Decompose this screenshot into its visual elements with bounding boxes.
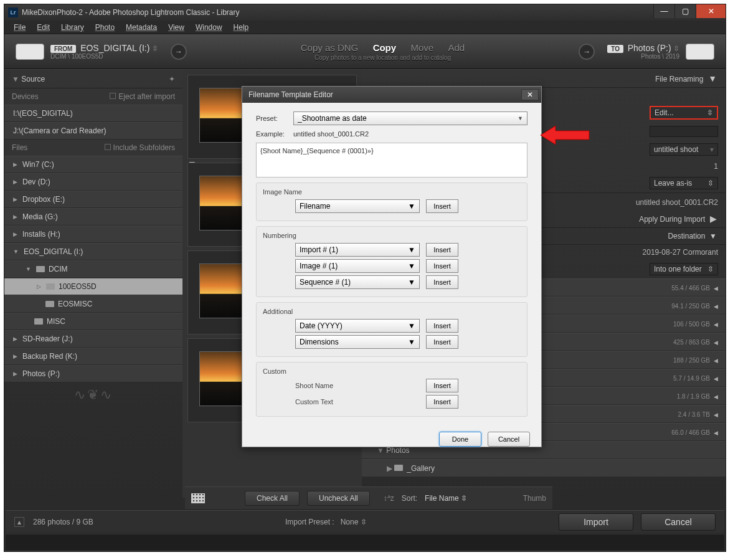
eject-label: Eject after import — [118, 92, 175, 101]
template-dropdown[interactable]: Edit...⇳ — [650, 106, 718, 120]
menu-window[interactable]: Window — [190, 23, 228, 32]
dest-tree-folder[interactable]: _Gallery — [407, 464, 435, 473]
menu-edit[interactable]: Edit — [31, 23, 55, 32]
action-add[interactable]: Add — [442, 42, 471, 53]
destination-title[interactable]: Destination — [668, 232, 705, 240]
custom-text-field[interactable] — [650, 126, 718, 137]
device-item[interactable]: I:\(EOS_DIGITAL) — [4, 105, 182, 122]
folder-item[interactable]: MISC — [4, 313, 182, 330]
organize-dropdown[interactable]: Into one folder⇳ — [650, 263, 718, 275]
sort-order-icon[interactable]: ↕ᴬz — [384, 494, 394, 503]
folder-item[interactable]: ▼DCIM — [4, 260, 182, 278]
numbering-group: Numbering — [263, 232, 521, 239]
from-path[interactable]: EOS_DIGITAL (I:) — [80, 43, 149, 53]
menubar: File Edit Library Photo Metadata View Wi… — [4, 21, 726, 34]
preset-dropdown[interactable]: _Shootname as date▼ — [293, 112, 527, 125]
menu-library[interactable]: Library — [55, 23, 90, 32]
maximize-button[interactable]: ▢ — [674, 4, 696, 18]
insert-button[interactable]: Insert — [426, 199, 458, 213]
eject-checkbox[interactable] — [110, 93, 116, 99]
import-button[interactable]: Import — [559, 513, 633, 531]
source-title[interactable]: Source — [21, 75, 45, 83]
drive-item[interactable]: ▶Media (G:) — [4, 208, 182, 225]
drive-item[interactable]: ▶Win7 (C:) — [4, 156, 182, 173]
cancel-button[interactable]: Cancel — [488, 432, 530, 447]
check-all-button[interactable]: Check All — [245, 491, 300, 506]
close-button[interactable]: ✕ — [696, 4, 726, 18]
custom-group: Custom — [263, 368, 521, 375]
menu-file[interactable]: File — [8, 23, 31, 32]
drive-item[interactable]: ▶Photos (P:) — [4, 365, 182, 382]
subfolders-label: Include Subfolders — [113, 143, 175, 152]
drive-item[interactable]: ▶Dropbox (E:) — [4, 191, 182, 208]
drive-item[interactable]: ▼EOS_DIGITAL (I:) — [4, 243, 182, 260]
file-renaming-title[interactable]: File Renaming ▼ — [362, 70, 726, 88]
template-pattern-field[interactable]: {Shoot Name}_{Sequence # (0001)»} — [256, 143, 527, 178]
arrow-right-icon-2[interactable]: → — [579, 44, 595, 60]
folder-item[interactable]: EOSMISC — [4, 295, 182, 313]
subfolder-name[interactable]: 2019-08-27 Cormorant — [643, 248, 718, 257]
source-panel: ▼ Source✦ DevicesEject after import I:\(… — [4, 70, 182, 498]
import-header: FROM EOS_DIGITAL (I:) ⇳ DCIM \ 100EOS5D … — [4, 34, 726, 69]
from-sub: DCIM \ 100EOS5D — [50, 53, 158, 60]
import-preset-dropdown[interactable]: None ⇳ — [341, 518, 367, 526]
sequence-number-dropdown[interactable]: Sequence # (1)▼ — [295, 275, 420, 289]
drive-item[interactable]: ▶Dev (D:) — [4, 173, 182, 191]
shoot-name-field[interactable]: untitled shoot▾ — [650, 143, 718, 156]
sort-dropdown[interactable]: File Name ⇳ — [425, 494, 467, 503]
start-number-value[interactable]: 1 — [714, 162, 718, 171]
insert-button[interactable]: Insert — [426, 395, 458, 409]
shoot-name-label: Shoot Name — [295, 382, 420, 389]
titlebar: Lr MikeDixonPhoto-2 - Adobe Photoshop Li… — [4, 4, 726, 21]
window-title: MikeDixonPhoto-2 - Adobe Photoshop Light… — [22, 8, 240, 17]
folder-icon — [45, 301, 54, 307]
drive-item[interactable]: ▶Installs (H:) — [4, 225, 182, 243]
menu-help[interactable]: Help — [228, 23, 255, 32]
done-button[interactable]: Done — [439, 432, 481, 447]
date-dropdown[interactable]: Date (YYYY)▼ — [295, 319, 420, 333]
uncheck-all-button[interactable]: Uncheck All — [307, 491, 370, 506]
drive-icon — [686, 44, 714, 60]
menu-photo[interactable]: Photo — [90, 23, 120, 32]
device-item[interactable]: J:\(Camera or Card Reader) — [4, 122, 182, 140]
extensions-dropdown[interactable]: Leave as-is⇳ — [650, 177, 718, 189]
grid-view-icon[interactable] — [191, 493, 205, 503]
to-badge: TO — [607, 45, 623, 53]
cancel-import-button[interactable]: Cancel — [641, 513, 716, 531]
insert-button[interactable]: Insert — [426, 335, 458, 349]
insert-button[interactable]: Insert — [426, 379, 458, 392]
import-footer: ▴ 286 photos / 9 GB Import Preset : None… — [6, 510, 724, 533]
arrow-right-icon[interactable]: → — [171, 44, 187, 60]
dimensions-dropdown[interactable]: Dimensions▼ — [295, 335, 420, 349]
from-badge: FROM — [50, 45, 76, 53]
import-number-dropdown[interactable]: Import # (1)▼ — [295, 243, 420, 257]
additional-group: Additional — [263, 308, 521, 315]
insert-button[interactable]: Insert — [426, 243, 458, 257]
drive-item[interactable]: ▶SD-Reader (J:) — [4, 330, 182, 348]
devices-header: Devices — [12, 92, 39, 101]
dialog-close-button[interactable]: ✕ — [521, 89, 539, 100]
add-source-icon[interactable]: ✦ — [169, 75, 175, 83]
dialog-title: Filename Template Editor — [248, 90, 333, 99]
filename-dropdown[interactable]: Filename▼ — [295, 199, 420, 213]
menu-metadata[interactable]: Metadata — [120, 23, 163, 32]
menu-view[interactable]: View — [163, 23, 190, 32]
insert-button[interactable]: Insert — [426, 275, 458, 289]
insert-button[interactable]: Insert — [426, 259, 458, 273]
minimize-button[interactable]: — — [653, 4, 674, 18]
action-copy-dng[interactable]: Copy as DNG — [295, 42, 365, 53]
insert-button[interactable]: Insert — [426, 319, 458, 333]
filmstrip[interactable] — [6, 534, 724, 550]
drive-item[interactable]: ▶Backup Red (K:) — [4, 348, 182, 365]
folder-item-selected[interactable]: ▷100EOS5D — [4, 278, 182, 295]
subfolders-checkbox[interactable] — [105, 144, 111, 150]
action-copy[interactable]: Copy — [367, 42, 403, 53]
image-number-dropdown[interactable]: Image # (1)▼ — [295, 259, 420, 273]
action-move[interactable]: Move — [404, 42, 440, 53]
sort-label: Sort: — [402, 494, 417, 503]
to-path[interactable]: Photos (P:) — [628, 43, 671, 53]
preset-label: Preset: — [256, 115, 288, 122]
action-subtitle: Copy photos to a new location and add to… — [199, 54, 567, 61]
thumb-size-label: Thumb — [523, 494, 546, 503]
expand-filmstrip-icon[interactable]: ▴ — [14, 517, 24, 527]
